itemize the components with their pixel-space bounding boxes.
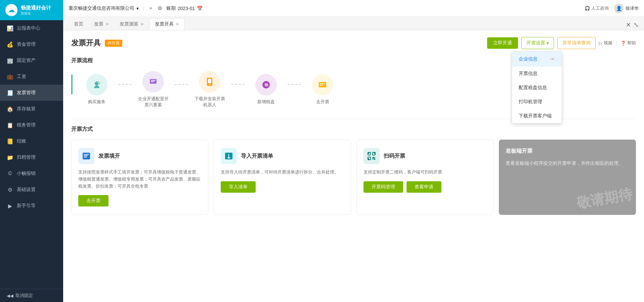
topbar-divider1: | [143,6,144,11]
svg-rect-27 [374,158,375,160]
sidebar-item-fixed-assets[interactable]: 🏢 固定资产 [0,52,63,69]
svg-rect-19 [228,154,229,158]
flow-divider-line [71,74,73,95]
qr-mgmt-btn[interactable]: 开票码管理 [363,181,403,193]
svg-rect-12 [320,83,325,84]
topbar-right: 🎧 人工咨询 👤 徐泽华 [585,4,639,13]
new-guide-icon: ▶ [7,202,13,209]
tab-invoice-open[interactable]: 发票开具 ✕ [149,18,185,30]
status-badge: 待开通 [105,40,122,47]
tab-invoice-open-close[interactable]: ✕ [176,22,179,27]
sidebar-item-tax-mgmt[interactable]: 📋 税务管理 [0,117,63,133]
sidebar-item-cloud-report[interactable]: 📊 云报表中心 [0,20,63,36]
video-button[interactable]: ▷ 视频 [599,40,612,46]
logo-subtext: 旗舰版 [21,11,51,16]
company-dropdown-icon: ▾ [136,6,139,11]
svg-rect-3 [151,80,156,81]
play-icon: ▷ [599,41,602,46]
svg-rect-17 [84,157,87,157]
method-card-import-list: 导入开票清单 支持导入待开票清单，可对待开票清单进行拆分、合并处理。 导入清单 [214,140,351,215]
tab-home[interactable]: 首页 [69,18,89,30]
anomaly-button[interactable]: 异常清单查询 [557,37,596,49]
dropdown-item-company-info[interactable]: 企业信息 → [512,51,562,67]
dropdown-item-printer-mgmt[interactable]: 打印机管理 [512,95,562,109]
dropdown-item-tax-config[interactable]: 配置税盘信息 [512,81,562,95]
svg-text:税: 税 [265,83,268,87]
download-install-icon [204,76,215,87]
headset-icon: 🎧 [585,6,590,11]
dropdown-item-download-client[interactable]: 下载开票客户端 [512,109,562,123]
tab-expand[interactable]: ⤡ [634,21,639,29]
sidebar-logo: ☁ 畅捷通好会计 旗舰版 [0,0,63,20]
config-enterprise-icon [148,76,159,87]
sidebar-item-inventory[interactable]: 🏠 库存核算 [0,101,63,117]
method-card-boss-invoice: 老板端开票 查看老板端小程序提交的开票申请，并作出相应的处理。 敬请期待 [499,140,636,215]
question-icon: ❓ [620,41,626,46]
sidebar-item-invoice-mgmt[interactable]: 🧾 发票管理 [0,85,63,101]
dropdown-item-invoice-info[interactable]: 开票信息 [512,67,562,81]
import-list-icon [221,148,237,164]
user-menu[interactable]: 👤 徐泽华 [614,4,639,13]
page-content: 发票开具 待开通 立即开通 开票设置 ▾ 异常清单查询 ▷ 视频 | [63,30,644,302]
topbar-period: 账期 2023-01 📅 [166,5,203,11]
manual-fill-icon [78,148,94,164]
svg-rect-16 [84,155,88,156]
user-avatar: 👤 [614,4,624,13]
help-button[interactable]: ❓ 帮助 [620,40,636,46]
boss-invoice-watermark: 敬请期待 [575,185,634,213]
svg-rect-6 [208,79,211,83]
scan-invoice-icon [363,148,380,164]
sidebar-bottom-pin[interactable]: ◀◀ 取消固定 [0,289,63,302]
topbar-settings-icon[interactable]: ⚙ [158,5,162,11]
sidebar-item-basic-settings[interactable]: ⚙ 基础设置 [0,182,63,198]
red-arrow-icon: → [549,55,555,63]
salary-icon: 💼 [7,73,13,80]
sidebar-item-salary[interactable]: 💼 工资 [0,69,63,85]
svg-rect-13 [320,85,323,85]
pin-icon: ◀◀ [7,293,13,298]
go-invoice-icon [317,79,328,90]
buy-service-icon [91,79,102,90]
activate-button[interactable]: 立即开通 [487,37,518,49]
import-list-title: 导入开票清单 [241,153,273,160]
company-selector[interactable]: 重庆畅捷交通信息咨询有限公司 ▾ [69,5,139,11]
fixed-assets-icon: 🏢 [7,57,13,64]
sidebar-nav: 📊 云报表中心 💰 资金管理 🏢 固定资产 💼 工资 🧾 发票管理 🏠 [0,20,63,289]
go-invoice-btn[interactable]: 去开票 [78,195,109,206]
manual-fill-title: 发票填开 [98,153,120,160]
main-content: 重庆畅捷交通信息咨询有限公司 ▾ | ＋ ⚙ 账期 2023-01 📅 🎧 人工… [63,0,644,302]
report-sales-icon: © [7,170,13,177]
import-list-btn[interactable]: 导入清单 [221,181,256,193]
sidebar-item-new-guide[interactable]: ▶ 新手引导 [0,198,63,214]
tab-invoice-calc-close[interactable]: ✕ [140,22,144,27]
add-company-button[interactable]: ＋ [148,5,154,12]
settings-dropdown-icon: ▾ [547,40,549,46]
sidebar-item-fund-mgmt[interactable]: 💰 资金管理 [0,36,63,52]
method-card-scan-invoice: 扫码开票 支持定制开票二维码，客户端可扫码开票 开票码管理 查看申请 [356,140,493,215]
svg-rect-15 [84,154,89,155]
tab-invoice-close[interactable]: ✕ [105,22,109,27]
view-apply-btn[interactable]: 查看申请 [406,181,441,193]
support-button[interactable]: 🎧 人工咨询 [585,5,609,11]
flow-step-config-enterprise: 企业开通配置开票六要素 [133,71,173,108]
sidebar-item-report-sales[interactable]: © 小畅报销 [0,165,63,182]
svg-rect-7 [209,84,210,85]
company-name: 重庆畅捷交通信息咨询有限公司 [69,5,134,11]
logo-icon: ☁ [5,4,17,16]
svg-rect-4 [151,81,154,82]
settings-button[interactable]: 开票设置 ▾ [521,37,554,49]
svg-rect-29 [374,157,375,158]
svg-rect-28 [373,158,373,160]
method-cards: 发票填开 支持按照发票样式手工填开发票；可开具增值税电子普通发票、增值税普通发票… [71,140,636,215]
tab-close-all[interactable]: ✕ [626,21,631,29]
sidebar-item-settlement[interactable]: 📒 结账 [0,133,63,149]
flow-step-download-install: 下载并安装开票机器人 [189,71,230,108]
calendar-icon[interactable]: 📅 [197,6,203,11]
sidebar: ☁ 畅捷通好会计 旗舰版 📊 云报表中心 💰 资金管理 🏢 固定资产 💼 [0,0,63,302]
tax-disk-icon: 税 [261,79,271,90]
sidebar-item-archive[interactable]: 📁 归档管理 [0,149,63,165]
tab-invoice-calc[interactable]: 发票测算 ✕ [114,18,149,30]
header-actions: 立即开通 开票设置 ▾ 异常清单查询 ▷ 视频 | ❓ 帮助 [487,37,636,49]
scan-invoice-desc: 支持定制开票二维码，客户端可扫码开票 [363,169,486,176]
tab-invoice[interactable]: 发票 ✕ [89,18,114,30]
